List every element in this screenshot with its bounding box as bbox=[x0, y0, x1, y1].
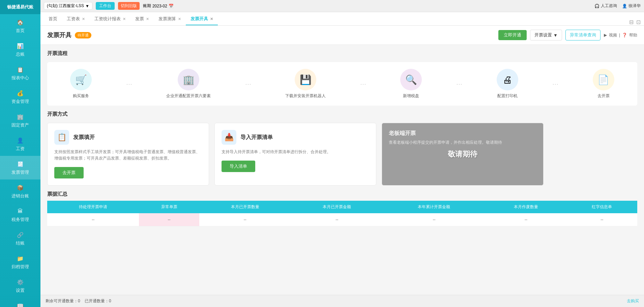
help-icon: ❓ bbox=[622, 33, 627, 37]
abnormal-query-button[interactable]: 异常清单查询 bbox=[565, 30, 601, 40]
maximize-icon[interactable]: ⊡ bbox=[636, 19, 641, 25]
sidebar-item-tax[interactable]: 🏛 税务管理 bbox=[0, 203, 40, 227]
sidebar-item-purchase[interactable]: 📦 进销台账 bbox=[0, 179, 40, 203]
funds-icon: 💰 bbox=[16, 89, 24, 97]
process-section-title: 开票流程 bbox=[47, 50, 637, 57]
topbar: (勾划) 江西服室-LSS ▼ 工作台 切到旧版 账期 2023-02 📅 🎧 … bbox=[40, 0, 644, 12]
sidebar-item-invoice[interactable]: 🧾 发票管理 bbox=[0, 156, 40, 179]
tab-invoice-calc-label: 发票测算 bbox=[158, 16, 176, 22]
coming-soon-label: 敬请期待 bbox=[448, 149, 477, 159]
sidebar-item-label: 资金管理 bbox=[11, 99, 29, 105]
summary-section: 票据汇总 待处理开票申请 异常单票 本月已开票数量 本月已开票金额 本年累计开票… bbox=[40, 191, 644, 233]
sidebar-item-settings[interactable]: ⚙️ 设置 bbox=[0, 274, 40, 298]
sidebar-item-ledger[interactable]: 📊 总账 bbox=[0, 38, 40, 61]
cell-abnormal: -- bbox=[139, 213, 199, 226]
user-profile[interactable]: 👤 徐泽华 bbox=[622, 3, 641, 9]
step-buy[interactable]: 🛒 购买服务 bbox=[70, 69, 92, 99]
tabbar: 首页 工资表 ✕ 工资统计报表 ✕ 发票 ✕ 发票测算 ✕ 发票开具 ✕ ⊟ ⊡ bbox=[40, 12, 644, 26]
tab-payroll-report-close[interactable]: ✕ bbox=[123, 17, 126, 21]
service-button[interactable]: 🎧 人工咨询 bbox=[594, 3, 617, 9]
step-buy-icon: 🛒 bbox=[70, 69, 92, 90]
invoice-icon: 🧾 bbox=[16, 160, 24, 168]
tax-icon: 🏛 bbox=[16, 207, 24, 215]
col-pending: 待处理开票申请 bbox=[47, 201, 139, 213]
guide-icon: 📖 bbox=[16, 302, 24, 307]
page-header: 发票开具 待开通 立即开通 开票设置 ▼ 异常清单查询 ▶ 视频 | ❓ 帮助 bbox=[40, 26, 644, 45]
col-month-amount: 本月已开票金额 bbox=[291, 201, 383, 213]
topbar-left: (勾划) 江西服室-LSS ▼ 工作台 切到旧版 账期 2023-02 📅 bbox=[44, 2, 174, 10]
page-title-row: 发票开具 待开通 bbox=[47, 31, 91, 39]
cell-year-amount: -- bbox=[383, 213, 486, 226]
go-issue-button[interactable]: 去开票 bbox=[54, 167, 84, 178]
col-year-amount: 本年累计开票金额 bbox=[383, 201, 486, 213]
boss-card-title: 老板端开票 bbox=[389, 130, 536, 137]
main-area: (勾划) 江西服室-LSS ▼ 工作台 切到旧版 账期 2023-02 📅 🎧 … bbox=[40, 0, 644, 307]
tab-invoice-calc-close[interactable]: ✕ bbox=[178, 17, 181, 21]
remaining-label: 剩余可开通数量：0 bbox=[46, 299, 80, 303]
import-list-button[interactable]: 导入清单 bbox=[222, 161, 255, 172]
sidebar-item-label: 固定资产 bbox=[11, 122, 29, 128]
bottombar: 剩余可开通数量：0 已开通数量：0 去购买 bbox=[40, 295, 644, 307]
step-issue[interactable]: 📄 去开票 bbox=[593, 69, 614, 99]
tab-payroll-report[interactable]: 工资统计报表 ✕ bbox=[90, 13, 130, 25]
settings-label: 开票设置 bbox=[534, 32, 552, 38]
payroll-icon: 👤 bbox=[16, 136, 24, 144]
sidebar-item-payroll[interactable]: 👤 工资 bbox=[0, 132, 40, 156]
step-arrow-3: ⋯ bbox=[360, 80, 366, 88]
workspace-button[interactable]: 工作台 bbox=[96, 2, 115, 10]
step-arrow-4: ⋯ bbox=[456, 80, 462, 88]
method-import-desc: 支持导入待开票清单，可对待开票清单进行拆分、合并处理。 bbox=[222, 149, 369, 155]
buy-link[interactable]: 去购买 bbox=[627, 298, 639, 304]
sidebar-item-home[interactable]: 🏠 首页 bbox=[0, 14, 40, 38]
tab-invoice-issue[interactable]: 发票开具 ✕ bbox=[186, 13, 218, 25]
sidebar-item-archive[interactable]: 📁 归档管理 bbox=[0, 250, 40, 274]
methods-section: 开票方式 📋 发票填开 支持按照发票样式手工填开发票；可开具增值税电子普通发票、… bbox=[40, 111, 644, 191]
user-name: 徐泽华 bbox=[628, 3, 641, 9]
page-title: 发票开具 bbox=[47, 31, 71, 39]
view-controls: ▶ 视频 | ❓ 帮助 bbox=[604, 32, 637, 38]
cell-red-info: -- bbox=[566, 213, 637, 226]
period-selector[interactable]: 账期 2023-02 📅 bbox=[143, 3, 174, 9]
sidebar-item-reports[interactable]: 📋 报表中心 bbox=[0, 61, 40, 85]
reports-icon: 📋 bbox=[16, 65, 24, 74]
chevron-down-icon: ▼ bbox=[85, 4, 89, 8]
sidebar-item-guide[interactable]: 📖 新手引导 bbox=[0, 298, 40, 307]
tab-invoice-close[interactable]: ✕ bbox=[146, 17, 149, 21]
sidebar-item-settle[interactable]: 🔗 结账 bbox=[0, 227, 40, 250]
step-issue-label: 去开票 bbox=[597, 93, 610, 99]
method-card-fill: 📋 发票填开 支持按照发票样式手工填开发票；可开具增值税电子普通发票、增值税普通… bbox=[47, 123, 209, 186]
settings-icon: ⚙️ bbox=[16, 278, 24, 286]
tab-invoice-label: 发票 bbox=[135, 16, 144, 22]
step-config[interactable]: 🏢 企业开通配置开票六要素 bbox=[166, 69, 211, 99]
step-taxdisk[interactable]: 🔍 新增税盘 bbox=[400, 69, 422, 99]
tab-payroll[interactable]: 工资表 ✕ bbox=[62, 13, 90, 25]
step-download[interactable]: 💾 下载并安装开票机器人 bbox=[285, 69, 326, 99]
minimize-icon[interactable]: ⊟ bbox=[629, 19, 634, 25]
purchase-icon: 📦 bbox=[16, 184, 24, 192]
ticket-settings-button[interactable]: 开票设置 ▼ bbox=[530, 30, 562, 40]
sidebar-item-label: 总账 bbox=[16, 51, 25, 57]
sidebar-item-funds[interactable]: 💰 资金管理 bbox=[0, 85, 40, 109]
tab-invoice-calc[interactable]: 发票测算 ✕ bbox=[154, 13, 186, 25]
sidebar-item-label: 归档管理 bbox=[11, 264, 29, 270]
sidebar-item-label: 设置 bbox=[16, 287, 25, 294]
switch-version-button[interactable]: 切到旧版 bbox=[118, 2, 140, 10]
step-printer[interactable]: 🖨 配置打印机 bbox=[497, 69, 518, 99]
immediate-open-button[interactable]: 立即开通 bbox=[498, 30, 527, 40]
play-icon: ▶ bbox=[604, 33, 607, 37]
tab-invoice-issue-close[interactable]: ✕ bbox=[210, 17, 213, 21]
step-buy-label: 购买服务 bbox=[73, 93, 89, 99]
topbar-right: 🎧 人工咨询 👤 徐泽华 bbox=[594, 3, 641, 9]
sidebar-item-assets[interactable]: 🏢 固定资产 bbox=[0, 109, 40, 132]
cell-month-amount: -- bbox=[291, 213, 383, 226]
step-taxdisk-icon: 🔍 bbox=[400, 69, 422, 90]
company-name: (勾划) 江西服室-LSS bbox=[47, 3, 84, 9]
tab-invoice[interactable]: 发票 ✕ bbox=[130, 13, 154, 25]
summary-section-title: 票据汇总 bbox=[47, 191, 637, 197]
company-selector[interactable]: (勾划) 江西服室-LSS ▼ bbox=[44, 2, 92, 10]
tab-payroll-close[interactable]: ✕ bbox=[82, 17, 85, 21]
methods-row: 📋 发票填开 支持按照发票样式手工填开发票；可开具增值税电子普通发票、增值税普通… bbox=[47, 123, 637, 186]
tab-home[interactable]: 首页 bbox=[44, 13, 62, 25]
sidebar-item-label: 报表中心 bbox=[11, 75, 29, 81]
service-label: 人工咨询 bbox=[601, 3, 617, 9]
